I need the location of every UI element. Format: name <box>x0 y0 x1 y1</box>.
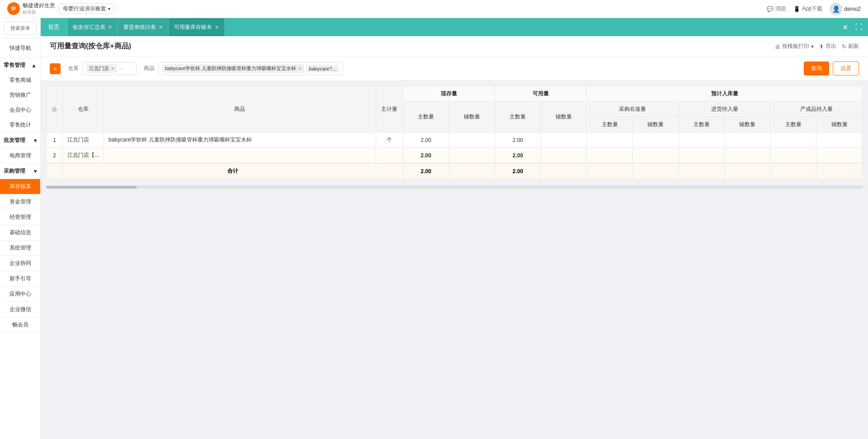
row1-purchase-intransit-aux <box>632 132 679 148</box>
quick-nav-area: 快捷导航 <box>0 39 40 58</box>
download-icon: 📱 <box>793 6 800 12</box>
warehouse-column-header: 仓库 <box>63 86 104 132</box>
sidebar-section-finance: 资金管理 <box>0 194 40 210</box>
row2-product <box>104 148 376 164</box>
app-download-button[interactable]: 📱 App下载 <box>793 5 822 13</box>
print-button[interactable]: 🖨 按模板打印 ▾ <box>775 42 814 50</box>
current-stock-header: 现存量 <box>403 86 495 102</box>
sidebar-item-ecommerce[interactable]: 电商管理 <box>0 148 40 163</box>
user-area[interactable]: 👤 demo2 <box>830 3 861 15</box>
row1-unit: 个 <box>376 132 403 148</box>
sidebar-item-retail-shop[interactable]: 零售商城 <box>0 73 40 88</box>
tab-fullscreen-button[interactable]: ⛶ <box>854 21 864 33</box>
tab-close-receipt[interactable]: ✕ <box>108 24 112 30</box>
sidebar-item-operation[interactable]: 经营管理 <box>0 210 40 225</box>
sidebar-item-inventory[interactable]: 库存核算 <box>0 179 40 194</box>
logo-area: 好 畅捷通好生意 标准版 <box>7 2 55 15</box>
product-label: 商品 <box>144 65 155 72</box>
tab-home[interactable]: 首页 <box>41 18 67 36</box>
messages-button[interactable]: 💬 消息 <box>767 5 786 13</box>
sidebar-section-header-retail[interactable]: 零售管理 ▲ <box>0 58 40 73</box>
filter-expand-button[interactable]: » <box>50 63 61 74</box>
print-icon: 🖨 <box>775 43 780 50</box>
sidebar-section-header-wholesale[interactable]: 批发管理 ▾ <box>0 133 40 148</box>
logo-text: 畅捷通好生意 标准版 <box>23 2 55 15</box>
row2-unit <box>376 148 403 164</box>
warehouse-label: 仓库 <box>68 65 79 72</box>
filter-more-icon[interactable]: ··· <box>119 66 123 72</box>
goods-waiting-header: 进货待入量 <box>679 102 770 117</box>
settings-button[interactable]: 设置 <box>833 61 859 76</box>
scrollbar-track[interactable] <box>46 186 863 189</box>
page-header-actions: 🖨 按模板打印 ▾ ⬆ 导出 ↻ 刷新 <box>775 42 859 50</box>
search-menu-button[interactable]: 搜索菜单 <box>4 22 37 35</box>
export-button[interactable]: ⬆ 导出 <box>819 42 836 50</box>
product-filter-group: 商品 babycare学饮杯 儿童防摔防撞吸管杯重力球吸嘴杯宝宝水杯 ✕ bab… <box>144 62 343 75</box>
arrow-right-icon: » <box>54 66 57 72</box>
sidebar: 搜索菜单 快捷导航 零售管理 ▲ 零售商城 营销推广 会员中心 零售统计 批发管… <box>0 18 41 439</box>
row1-available-main: 2.00 <box>495 132 541 148</box>
sidebar-item-member-center[interactable]: 会员中心 <box>0 103 40 118</box>
sidebar-section-retail: 零售管理 ▲ 零售商城 营销推广 会员中心 零售统计 <box>0 58 40 133</box>
gear-icon[interactable]: ⚙ <box>52 106 57 113</box>
warehouse-input[interactable]: 江北门店 ✕ ··· <box>82 62 137 75</box>
row2-available-main: 2.00 <box>495 148 541 164</box>
current-aux-header: 辅数量 <box>449 102 495 132</box>
sidebar-item-quicknav[interactable]: 快捷导航 <box>0 41 40 56</box>
footer-purchase-intransit-aux <box>632 163 679 179</box>
footer-current-main: 2.00 <box>403 163 449 179</box>
warehouse-filter-group: 仓库 江北门店 ✕ ··· <box>68 62 137 75</box>
tab-bar-actions: ✕ ⛶ <box>840 18 868 36</box>
row2-goods-waiting-aux <box>725 148 771 164</box>
template-selector[interactable]: 母婴行业演示账套 ▾ <box>59 4 114 14</box>
tab-order-stats[interactable]: 要货单统计表 ✕ <box>118 18 169 36</box>
table-footer-row: 合计 2.00 2.00 <box>47 163 863 179</box>
sidebar-section-newguide: 新手引导 <box>0 271 40 287</box>
sidebar-item-enterprise[interactable]: 企业协同 <box>0 256 40 271</box>
row2-purchase-intransit-main <box>587 148 633 164</box>
tab-close-order[interactable]: ✕ <box>159 24 163 30</box>
sidebar-item-member[interactable]: 畅会员 <box>0 317 40 332</box>
query-button[interactable]: 查询 <box>804 61 829 76</box>
product-tag-2: babycare?... <box>306 65 339 72</box>
finished-waiting-main-header: 主数量 <box>770 117 816 132</box>
tab-receipt-summary[interactable]: 收发存汇总表 ✕ <box>67 18 118 36</box>
product-input[interactable]: babycare学饮杯 儿童防摔防撞吸管杯重力球吸嘴杯宝宝水杯 ✕ babyca… <box>158 62 343 75</box>
refresh-button[interactable]: ↻ 刷新 <box>842 42 859 50</box>
scrollbar-thumb[interactable] <box>46 186 137 189</box>
row1-purchase-intransit-main <box>587 132 633 148</box>
row1-finished-waiting-main <box>770 132 816 148</box>
product-tag-1-close[interactable]: ✕ <box>298 66 302 71</box>
purchase-intransit-aux-header: 辅数量 <box>632 117 679 132</box>
warehouse-tag-close[interactable]: ✕ <box>111 66 114 71</box>
sidebar-item-wecom[interactable]: 企业微信 <box>0 302 40 317</box>
tab-available-inventory[interactable]: 可用量库存账本 ✕ <box>169 18 225 36</box>
sidebar-item-marketing[interactable]: 营销推广 <box>0 88 40 103</box>
sidebar-item-finance[interactable]: 资金管理 <box>0 194 40 209</box>
sidebar-item-retail-stats[interactable]: 零售统计 <box>0 118 40 132</box>
tab-close-all-button[interactable]: ✕ <box>840 21 850 33</box>
chevron-icon: ▾ <box>34 168 37 175</box>
available-main-header: 主数量 <box>495 102 541 132</box>
footer-current-aux <box>449 163 495 179</box>
sidebar-item-appcenter[interactable]: 应用中心 <box>0 287 40 302</box>
sidebar-section-header-purchase[interactable]: 采购管理 ▾ <box>0 164 40 179</box>
row1-warehouse: 江北门店 <box>63 132 104 148</box>
table-row: 2 江北门店【... 2.00 2.00 <box>47 148 863 164</box>
page-title: 可用量查询(按仓库+商品) <box>50 42 131 51</box>
row1-available-aux <box>541 132 587 148</box>
table-area: ⚙ 仓库 商品 主计量 现存量 可用量 预计入库量 主数量 辅数量 <box>46 86 863 179</box>
row2-seq: 2 <box>47 148 63 164</box>
sidebar-item-basic[interactable]: 基础信息 <box>0 225 40 240</box>
tab-close-available[interactable]: ✕ <box>215 24 219 30</box>
sidebar-item-newguide[interactable]: 新手引导 <box>0 271 40 286</box>
main-container: 搜索菜单 快捷导航 零售管理 ▲ 零售商城 营销推广 会员中心 零售统计 批发管… <box>0 18 868 439</box>
sidebar-item-system[interactable]: 系统管理 <box>0 241 40 255</box>
sidebar-section-wholesale: 批发管理 ▾ <box>0 133 40 148</box>
row2-purchase-intransit-aux <box>632 148 679 164</box>
bottom-scrollbar[interactable] <box>41 184 868 190</box>
sidebar-section-operation: 经营管理 <box>0 210 40 225</box>
sidebar-section-ecommerce: 电商管理 <box>0 148 40 164</box>
export-icon: ⬆ <box>819 43 824 50</box>
row2-current-main: 2.00 <box>403 148 449 164</box>
